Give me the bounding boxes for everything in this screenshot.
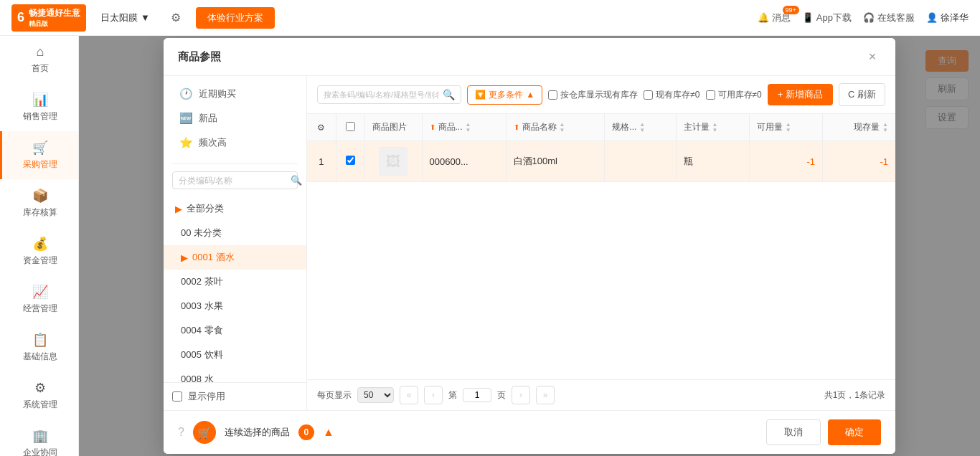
store-dropdown[interactable]: 日太阳膜 ▼ [95,9,156,27]
clipboard-icon: 📋 [32,332,48,348]
page-text: 第 [448,389,457,402]
notification-button[interactable]: 🔔 消息 99+ [758,11,791,24]
cart-label: 连续选择的商品 [225,426,290,439]
product-table-body: 1 🖼 [307,141,895,182]
online-service-button[interactable]: 🎧 在线客服 [863,11,915,24]
cart-button[interactable]: 🛒 [193,421,216,444]
th-available: 可用量 ▲▼ [749,114,822,141]
category-search[interactable]: 🔍 [172,171,298,189]
content-area: 查询 刷新 设置 商品参照 × 🕐 [79,36,980,456]
next-page-button[interactable]: › [512,386,530,404]
sidebar-item-finance[interactable]: 💰 资金管理 [0,227,78,275]
warehouse-filter[interactable]: 按仓库显示现有库存 [548,89,638,101]
product-search-bar[interactable]: 🔍 [317,85,461,104]
quick-nav-frequent[interactable]: ⭐ 频次高 [172,130,298,155]
search-icon[interactable]: 🔍 [443,89,455,100]
gear-table-icon[interactable]: ⚙ [317,123,325,133]
image-placeholder-icon: 🖼 [386,153,400,170]
sidebar-item-enterprise[interactable]: 🏢 企业协同 [0,419,78,456]
sidebar-item-basic-info[interactable]: 📋 基础信息 [0,323,78,371]
category-item-fruit[interactable]: 0003 水果 [164,294,306,318]
category-item-tea[interactable]: 0002 茶叶 [164,270,306,294]
sidebar-item-home[interactable]: ⌂ 首页 [0,36,78,83]
system-icon: ⚙ [34,380,46,396]
category-item-uncategorized[interactable]: 00 未分类 [164,221,306,245]
row-available: -1 [749,141,822,182]
add-product-button[interactable]: + 新增商品 [768,84,833,105]
category-item-water[interactable]: 0008 水 [164,367,306,382]
chart-icon: 📊 [32,92,48,108]
confirm-button[interactable]: 确定 [828,419,881,445]
category-search-icon[interactable]: 🔍 [291,175,302,186]
experience-button[interactable]: 体验行业方案 [196,7,275,29]
row-stock: -1 [823,141,896,182]
sidebar-item-business[interactable]: 📈 经营管理 [0,275,78,323]
active-arrow-icon: ▶ [181,252,188,263]
row-unit: 瓶 [676,141,749,182]
collapse-icon[interactable]: ▲ [323,426,334,439]
select-all-checkbox[interactable] [346,122,355,131]
modal-title: 商品参照 [178,50,221,64]
sidebar-item-purchase[interactable]: 🛒 采购管理 [0,131,78,179]
row-code: 000600... [422,141,506,182]
category-item-snack[interactable]: 0004 零食 [164,318,306,343]
notification-badge: 99+ [783,6,799,14]
building-icon: 🏢 [32,428,48,444]
per-page-select[interactable]: 50 20 100 [357,387,394,403]
sidebar-item-label: 资金管理 [23,255,57,267]
table-row[interactable]: 1 🖼 [307,141,895,182]
category-item-beverage[interactable]: 0005 饮料 [164,343,306,367]
chevron-down-icon: ▼ [141,12,150,23]
last-page-button[interactable]: » [536,386,555,404]
th-unit: 主计量 ▲▼ [676,114,749,141]
show-disabled-checkbox[interactable] [172,391,182,402]
available-stock-checkbox[interactable] [706,90,715,100]
row-name: 白酒100ml [506,141,605,182]
settings-icon[interactable]: ⚙ [164,6,187,29]
row-checkbox[interactable] [336,141,364,182]
sidebar-item-label: 企业协同 [23,447,57,456]
help-icon[interactable]: ? [178,426,184,439]
sidebar-item-sales[interactable]: 📊 销售管理 [0,83,78,131]
available-stock-filter[interactable]: 可用库存≠0 [706,89,762,101]
clock-icon: 🕐 [179,87,193,100]
quick-nav-new[interactable]: 🆕 新品 [172,106,298,130]
headset-icon: 🎧 [863,12,875,23]
existing-stock-filter[interactable]: 现有库存≠0 [644,89,699,101]
th-stock: 现存量 ▲▼ [823,114,896,141]
existing-stock-checkbox[interactable] [644,90,653,100]
sidebar-item-label: 首页 [32,62,49,75]
modal-left-footer: 显示停用 [164,382,306,410]
sidebar-item-system[interactable]: ⚙ 系统管理 [0,371,78,419]
per-page-label: 每页显示 [317,389,352,402]
category-search-input[interactable] [179,176,286,186]
sidebar-item-label: 经营管理 [23,303,57,315]
user-avatar[interactable]: 👤 徐泽华 [926,11,969,24]
app-download-button[interactable]: 📱 App下载 [802,11,852,24]
refresh-button[interactable]: C 刷新 [839,83,885,106]
cancel-button[interactable]: 取消 [766,419,821,445]
prev-page-button[interactable]: ‹ [424,386,443,404]
category-item-liquor[interactable]: ▶ 0001 酒水 [164,245,306,270]
first-page-button[interactable]: « [400,386,418,404]
home-icon: ⌂ [37,44,44,60]
money-icon: 💰 [32,236,48,252]
show-disabled-label[interactable]: 显示停用 [188,390,225,403]
top-right-nav: 🔔 消息 99+ 📱 App下载 🎧 在线客服 👤 徐泽华 [758,11,969,24]
toolbar-right: + 新增商品 C 刷新 [768,83,885,106]
filter-button[interactable]: 🔽 更多条件 ▲ [467,85,542,105]
modal-toolbar: 🔍 🔽 更多条件 ▲ 按仓库显示现有库存 [307,76,895,114]
warehouse-checkbox[interactable] [548,90,557,100]
logo[interactable]: 6 畅捷通好生意 精品版 [11,4,86,32]
category-item-all[interactable]: ▶ 全部分类 [164,196,306,221]
box-icon: 📦 [32,188,48,204]
product-search-input[interactable] [324,90,438,100]
quick-nav-recent[interactable]: 🕐 近期购买 [172,82,298,106]
page-unit: 页 [497,389,506,402]
modal-close-button[interactable]: × [864,48,881,65]
row-select-checkbox[interactable] [346,156,355,165]
sidebar-item-inventory[interactable]: 📦 库存核算 [0,179,78,227]
sidebar: ⌂ 首页 📊 销售管理 🛒 采购管理 📦 库存核算 💰 资金管理 📈 经营管理 … [0,36,79,456]
page-number-input[interactable] [463,388,491,402]
sidebar-item-label: 系统管理 [23,399,57,411]
